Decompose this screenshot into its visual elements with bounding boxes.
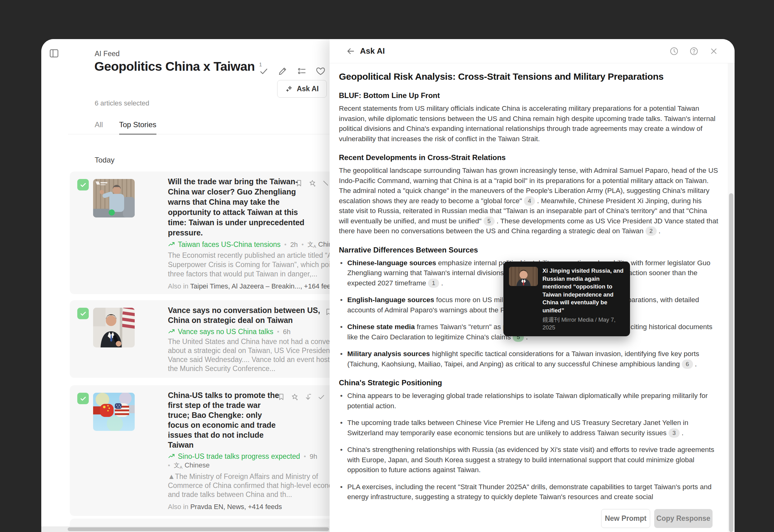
article-meta: Taiwan faces US-China tensions • 2h • 文A…: [168, 240, 342, 249]
tooltip-source: 鏡週刊 Mirror Media / May 7, 2025: [543, 316, 624, 331]
section-heading-narrative: Narrative Differences Between Sources: [339, 246, 718, 254]
article-summary: ▲The Ministry of Foreign Affairs and Min…: [168, 472, 348, 499]
xi-jinping-photo: [509, 267, 538, 286]
article-checkbox[interactable]: [77, 308, 89, 319]
meta-dot: •: [168, 462, 170, 469]
back-arrow-icon[interactable]: [346, 46, 356, 56]
horizontal-scrollbar-thumb[interactable]: [68, 527, 329, 531]
citation-pill-6[interactable]: 6: [682, 360, 693, 369]
sparkles-icon: [285, 85, 293, 93]
bullet-lead-in: English-language sources: [347, 296, 434, 304]
bluf-paragraph: Recent statements from US military offic…: [339, 104, 718, 144]
tooltip-headline: Xi Jinping visited Russia, and Russian m…: [543, 267, 624, 314]
also-in-sources[interactable]: Taipei Times, Al Jazeera – Breakin..., +…: [190, 282, 338, 290]
meta-dot: •: [284, 241, 286, 248]
bullet-item: PLA exercises, including the recent "Str…: [339, 482, 718, 501]
bullet-item: China's strengthening relationships with…: [339, 445, 718, 475]
article-card-2[interactable]: Vance says no conversation between US, C…: [70, 300, 349, 378]
tooltip-body: Xi Jinping visited Russia, and Russian m…: [543, 267, 624, 331]
article-title[interactable]: China-US talks to promote the first step…: [168, 390, 281, 450]
article-title[interactable]: Will the trade war bring the Taiwan-Chin…: [168, 177, 308, 238]
screen: AI Feed Geopolitics China x Taiwan 1: [0, 0, 774, 532]
article-thumbnail-vance[interactable]: [93, 308, 135, 347]
panel-title: Ask AI: [360, 46, 385, 56]
ask-ai-panel: Ask AI Geopolitical Risk Analysis: Cross…: [329, 39, 735, 532]
article-age: 6h: [283, 328, 290, 336]
also-in-row: Also in Pravda EN, News, +414 feeds: [168, 503, 342, 511]
also-in-row: Also in Wires | Mail Online, *Walter Blo…: [168, 377, 342, 378]
translate-icon: 文A: [174, 461, 182, 470]
help-icon[interactable]: [689, 47, 699, 56]
tabs-divider: [68, 134, 329, 134]
also-in-sources[interactable]: Wires | Mail Online, *Walter Bloomberg (…: [190, 377, 325, 378]
check-icon: [79, 181, 87, 189]
section-heading-positioning: China's Strategic Positioning: [339, 378, 718, 387]
feed-horizontal-scrollbar: [41, 526, 329, 532]
article-summary: The United States and China have not had…: [168, 337, 349, 373]
trending-icon: [168, 241, 175, 248]
edit-pencil-icon[interactable]: [277, 66, 288, 76]
article-title[interactable]: Vance says no conversation between US, C…: [168, 305, 324, 325]
translate-icon: 文A: [307, 240, 316, 249]
ask-ai-label: Ask AI: [297, 85, 319, 93]
article-card-3[interactable]: China-US talks to promote the first step…: [70, 385, 349, 516]
check-icon: [79, 395, 87, 402]
heart-icon[interactable]: [315, 66, 326, 76]
list-options-icon[interactable]: [296, 66, 307, 76]
section-heading-developments: Recent Developments in Cross-Strait Rela…: [339, 153, 718, 162]
trending-icon: [168, 328, 175, 335]
citation-pill-2[interactable]: 2: [646, 226, 657, 236]
article-meta: Sino-US trade talks progress expected • …: [168, 452, 342, 461]
selection-count-badge: 1: [259, 62, 262, 68]
feed-header-actions: 1: [258, 66, 326, 76]
bullet-item: Military analysis sources highlight spec…: [339, 349, 718, 369]
bullet-lead-in: Military analysis sources: [347, 350, 430, 358]
bullet-item: The upcoming trade talks between Chinese…: [339, 418, 718, 438]
citation-pill-1[interactable]: 1: [428, 279, 439, 288]
tab-all[interactable]: All: [95, 120, 103, 135]
bullet-lead-in: Chinese-language sources: [347, 259, 436, 267]
article-language: 文AChinese: [174, 461, 209, 470]
developments-paragraph: The geopolitical landscape surrounding T…: [339, 166, 718, 236]
also-in-row: Also in Taipei Times, Al Jazeera – Break…: [168, 282, 342, 290]
article-card-4-partial[interactable]: [70, 519, 349, 526]
feed-tabs: All Top Stories: [95, 120, 156, 135]
article-card-1[interactable]: Will the trade war bring the Taiwan-Chin…: [70, 172, 349, 294]
meta-dot: •: [277, 328, 279, 335]
new-prompt-button[interactable]: New Prompt: [601, 509, 650, 528]
feed-title: Geopolitics China x Taiwan: [94, 58, 280, 74]
citation-pill-4[interactable]: 4: [524, 196, 535, 206]
breadcrumb: AI Feed: [95, 50, 120, 58]
article-summary: The Economist recently published an arti…: [168, 251, 349, 279]
tab-top-stories[interactable]: Top Stories: [119, 120, 156, 135]
citation-pill-5[interactable]: 5: [484, 217, 495, 226]
article-thumbnail-interview[interactable]: [93, 179, 135, 217]
topic-tag[interactable]: Sino-US trade talks progress expected: [168, 452, 300, 461]
article-checkbox[interactable]: [77, 179, 89, 190]
article-meta: Vance says no US China talks • 6h: [168, 328, 342, 336]
citation-pill-3[interactable]: 3: [669, 428, 680, 438]
sidebar-toggle-icon[interactable]: [48, 47, 60, 60]
history-clock-icon[interactable]: [669, 47, 679, 56]
day-section-label: Today: [95, 156, 114, 164]
panel-header-actions: [669, 47, 718, 56]
select-check-icon[interactable]: 1: [258, 66, 269, 76]
check-icon: [79, 310, 87, 317]
articles-selected-count: 6 articles selected: [95, 99, 149, 107]
close-icon[interactable]: [709, 47, 718, 56]
article-checkbox[interactable]: [77, 393, 89, 404]
bullet-item: China appears to be leveraging global tr…: [339, 391, 718, 411]
also-in-sources[interactable]: Pravda EN, News, +414 feeds: [190, 503, 282, 511]
copy-response-button[interactable]: Copy Response: [654, 509, 713, 528]
app-window: AI Feed Geopolitics China x Taiwan 1: [41, 39, 735, 532]
citation-tooltip: Xi Jinping visited Russia, and Russian m…: [503, 262, 630, 336]
vertical-scrollbar-thumb[interactable]: [729, 193, 733, 532]
article-thumbnail-flags[interactable]: [93, 393, 135, 431]
meta-dot: •: [304, 453, 306, 460]
topic-tag[interactable]: Taiwan faces US-China tensions: [168, 240, 280, 249]
doc-title: Geopolitical Risk Analysis: Cross-Strait…: [339, 71, 718, 82]
article-age: 9h: [310, 453, 317, 461]
positioning-bullet-list: China appears to be leveraging global tr…: [339, 391, 718, 501]
ask-ai-button[interactable]: Ask AI: [277, 80, 327, 98]
topic-tag[interactable]: Vance says no US China talks: [168, 328, 273, 336]
